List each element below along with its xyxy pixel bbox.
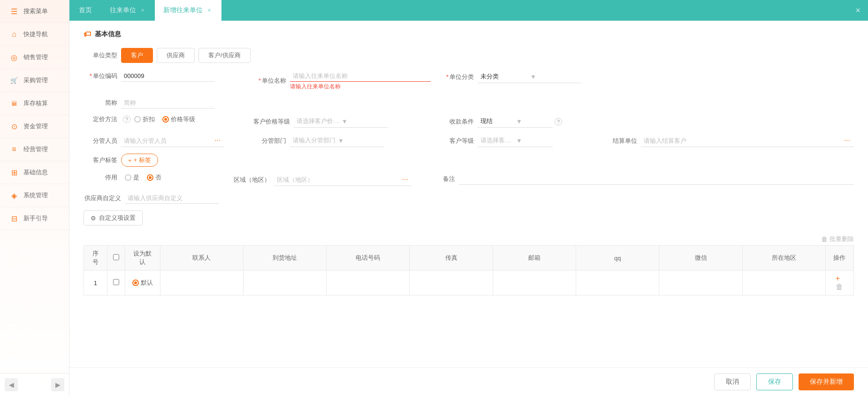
row-area[interactable] bbox=[742, 271, 825, 295]
sidebar-item-purchase-label: 采购管理 bbox=[23, 76, 48, 85]
disabled-yes-label: 是 bbox=[133, 173, 139, 182]
sidebar-item-quicknav[interactable]: ⌂ 快捷导航 bbox=[0, 23, 69, 46]
short-name-label: 简称 bbox=[84, 99, 117, 107]
row-contact-input[interactable] bbox=[166, 280, 237, 287]
row-email[interactable] bbox=[493, 271, 576, 295]
close-all-tabs-btn[interactable]: × bbox=[848, 6, 868, 16]
sidebar-item-basic[interactable]: ⊞ 基础信息 bbox=[0, 161, 69, 184]
sidebar-item-search[interactable]: ☰ 搜索菜单 bbox=[0, 0, 69, 23]
row-default-radio-option[interactable]: 默认 bbox=[131, 279, 154, 287]
cancel-button[interactable]: 取消 bbox=[714, 373, 751, 390]
disabled-no-radio bbox=[147, 174, 153, 181]
sidebar-item-finance[interactable]: ⊙ 资金管理 bbox=[0, 115, 69, 138]
row-checkbox[interactable] bbox=[113, 279, 119, 285]
unit-type-label: 单位类型 bbox=[84, 51, 117, 60]
batch-delete-label[interactable]: 批量删除 bbox=[830, 235, 854, 243]
row-address-input[interactable] bbox=[249, 280, 320, 287]
sidebar-expand-btn[interactable]: ◀ bbox=[5, 378, 18, 391]
sidebar-item-inventory[interactable]: 🏛 库存核算 bbox=[0, 92, 69, 115]
row-wechat[interactable] bbox=[659, 271, 742, 295]
row-wechat-input[interactable] bbox=[665, 280, 736, 287]
sidebar-item-sales[interactable]: ◎ 销售管理 bbox=[0, 46, 69, 69]
unit-info-row: 单位编码 单位名称 请输入往来单位名称 单位分类 未分类 ▼ bbox=[84, 70, 854, 91]
sidebar-item-purchase[interactable]: 🛒 采购管理 bbox=[0, 69, 69, 92]
region-input[interactable] bbox=[277, 176, 401, 183]
short-name-input[interactable] bbox=[121, 97, 215, 109]
disabled-yes-option[interactable]: 是 bbox=[125, 173, 139, 182]
select-all-checkbox[interactable] bbox=[113, 254, 119, 260]
pricing-level-option[interactable]: 价格等级 bbox=[162, 115, 195, 124]
row-phone[interactable] bbox=[327, 271, 410, 295]
unit-name-input[interactable] bbox=[290, 70, 431, 82]
unit-code-label: 单位编码 bbox=[84, 72, 117, 80]
row-phone-input[interactable] bbox=[332, 280, 404, 287]
disabled-no-label: 否 bbox=[155, 173, 161, 182]
payment-terms-select[interactable]: 现结 ▼ bbox=[478, 115, 553, 128]
department-select[interactable]: 请输入分管部门 ▼ bbox=[290, 134, 384, 147]
supplier-custom-input[interactable] bbox=[125, 193, 219, 204]
remarks-input[interactable] bbox=[459, 173, 854, 185]
settlement-unit-input-wrapper: ··· bbox=[641, 134, 854, 147]
unit-category-group: 单位分类 未分类 ▼ bbox=[440, 70, 600, 83]
manager-row: 分管人员 ··· 分管部门 请输入分管部门 ▼ 客户等级 请选择客户等级 bbox=[84, 134, 854, 147]
region-dots-btn[interactable]: ··· bbox=[401, 175, 409, 184]
row-contact[interactable] bbox=[160, 271, 243, 295]
unit-category-select[interactable]: 未分类 ▼ bbox=[478, 70, 581, 83]
col-action: 操作 bbox=[825, 246, 853, 271]
unit-btn-supplier[interactable]: 供应商 bbox=[157, 48, 195, 63]
sidebar-item-system[interactable]: ◈ 系统管理 bbox=[0, 184, 69, 207]
short-name-row: 简称 bbox=[84, 97, 854, 109]
row-qq[interactable] bbox=[576, 271, 659, 295]
row-default-radio bbox=[132, 280, 139, 286]
customer-level-select[interactable]: 请选择客户等级 ▼ bbox=[478, 134, 553, 147]
sidebar-item-basic-label: 基础信息 bbox=[23, 168, 48, 177]
row-fax[interactable] bbox=[410, 271, 493, 295]
row-fax-input[interactable] bbox=[415, 280, 487, 287]
row-default-cell: 默认 bbox=[125, 271, 160, 295]
col-default: 设为默认 bbox=[125, 246, 160, 271]
col-index: 序号 bbox=[84, 246, 107, 271]
add-tag-button[interactable]: + + 标签 bbox=[121, 154, 158, 167]
table-row: 1 默认 bbox=[84, 271, 854, 295]
save-new-button[interactable]: 保存并新增 bbox=[799, 373, 854, 390]
manager-dots-btn[interactable]: ··· bbox=[213, 136, 221, 145]
unit-name-field-wrapper: 请输入往来单位名称 bbox=[290, 70, 431, 91]
sidebar-item-operations[interactable]: ≡ 经营管理 bbox=[0, 138, 69, 161]
unit-code-input[interactable] bbox=[121, 70, 215, 82]
manager-input[interactable] bbox=[124, 137, 213, 144]
disabled-no-option[interactable]: 否 bbox=[147, 173, 161, 182]
row-email-input[interactable] bbox=[499, 280, 570, 287]
tab-home-label: 首页 bbox=[79, 6, 92, 15]
pricing-discount-option[interactable]: 折扣 bbox=[134, 115, 155, 124]
payment-terms-help-icon[interactable]: ? bbox=[555, 118, 562, 125]
settlement-unit-group: 结算单位 ··· bbox=[609, 134, 854, 147]
row-address[interactable] bbox=[243, 271, 326, 295]
col-fax: 传真 bbox=[410, 246, 493, 271]
sidebar-collapse-btn[interactable]: ▶ bbox=[51, 378, 64, 391]
customer-price-level-select[interactable]: 请选择客户价格等级 ▼ bbox=[294, 115, 388, 128]
custom-settings-button[interactable]: ⚙ 自定义项设置 bbox=[84, 210, 143, 225]
save-button[interactable]: 保存 bbox=[756, 373, 793, 390]
pricing-help-icon[interactable]: ? bbox=[123, 116, 130, 123]
row-qq-input[interactable] bbox=[582, 280, 653, 287]
sidebar-item-search-label: 搜索菜单 bbox=[23, 7, 48, 16]
col-checkbox bbox=[107, 246, 125, 271]
sidebar-item-guide[interactable]: ⊟ 新手引导 bbox=[0, 207, 69, 230]
tab-new-contact[interactable]: 新增往来单位 × bbox=[155, 0, 221, 21]
unit-btn-both[interactable]: 客户/供应商 bbox=[198, 48, 251, 63]
settlement-unit-input[interactable] bbox=[644, 137, 843, 144]
row-area-input[interactable] bbox=[748, 280, 820, 287]
tab-new-contact-close[interactable]: × bbox=[206, 7, 213, 14]
col-address: 到货地址 bbox=[243, 246, 326, 271]
unit-category-label: 单位分类 bbox=[440, 73, 474, 81]
disabled-yes-radio bbox=[125, 174, 131, 181]
settlement-unit-dots-btn[interactable]: ··· bbox=[843, 136, 851, 145]
add-tag-label: + 标签 bbox=[134, 156, 151, 164]
row-delete-btn[interactable]: 🗑 bbox=[836, 283, 843, 291]
tab-contacts[interactable]: 往来单位 × bbox=[101, 0, 155, 21]
sidebar-item-guide-label: 新手引导 bbox=[23, 214, 48, 223]
tab-home[interactable]: 首页 bbox=[69, 0, 101, 21]
tab-contacts-close[interactable]: × bbox=[139, 7, 146, 14]
row-add-btn[interactable]: + bbox=[836, 274, 840, 282]
unit-btn-customer[interactable]: 客户 bbox=[121, 48, 153, 63]
